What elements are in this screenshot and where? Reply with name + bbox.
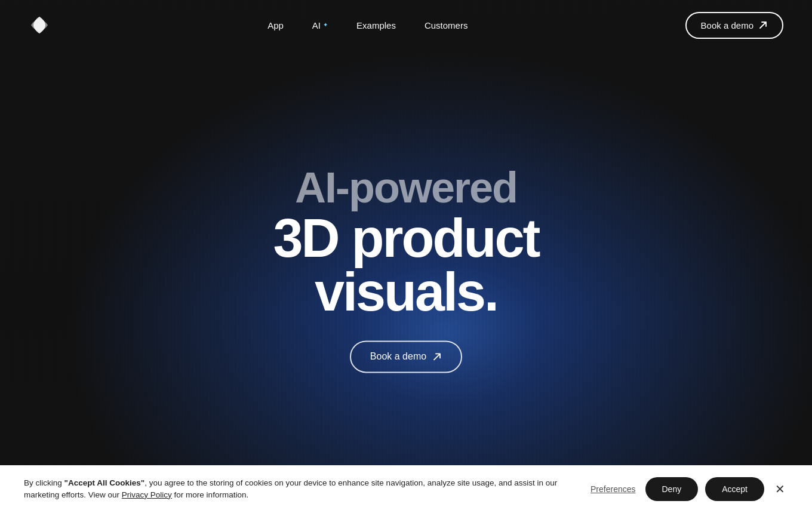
hero-title: 3D product visuals. — [203, 211, 609, 319]
privacy-policy-link[interactable]: Privacy Policy — [122, 490, 172, 499]
nav-links: App AI✦ Examples Customers — [267, 20, 467, 30]
nav-item-app[interactable]: App — [267, 20, 284, 30]
navbar-book-demo-button[interactable]: Book a demo — [685, 12, 783, 39]
arrow-icon — [758, 20, 768, 30]
accept-button[interactable]: Accept — [705, 477, 764, 501]
hero-content: AI-powered 3D product visuals. Book a de… — [203, 164, 609, 373]
nav-item-examples[interactable]: Examples — [356, 20, 396, 30]
logo[interactable] — [29, 14, 50, 36]
nav-item-ai[interactable]: AI✦ — [312, 20, 328, 30]
cookie-text: By clicking "Accept All Cookies", you ag… — [24, 477, 574, 502]
cookie-banner: By clicking "Accept All Cookies", you ag… — [0, 465, 812, 514]
logo-icon — [29, 14, 50, 36]
hero-book-demo-button[interactable]: Book a demo — [350, 340, 462, 373]
ai-badge: ✦ — [323, 22, 328, 28]
navbar: App AI✦ Examples Customers Book a demo — [0, 0, 812, 50]
nav-item-customers[interactable]: Customers — [425, 20, 468, 30]
preferences-button[interactable]: Preferences — [588, 484, 638, 494]
cookie-actions: Preferences Deny Accept ✕ — [588, 477, 788, 501]
deny-button[interactable]: Deny — [645, 477, 699, 501]
hero-subtitle: AI-powered — [203, 164, 609, 211]
close-cookie-banner-button[interactable]: ✕ — [771, 481, 788, 497]
hero-arrow-icon — [432, 352, 442, 361]
